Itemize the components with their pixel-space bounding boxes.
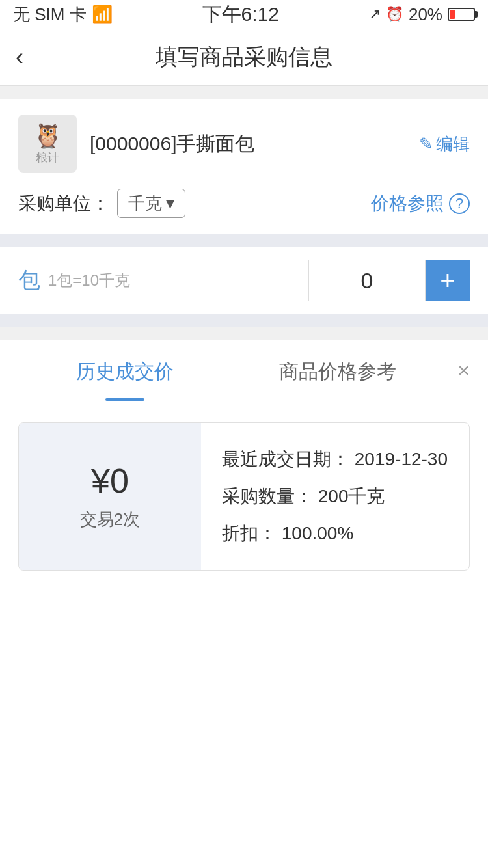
section-divider (0, 234, 488, 247)
quantity-input[interactable] (308, 260, 426, 301)
quantity-plus-button[interactable]: + (426, 260, 470, 301)
battery-percent: 20% (409, 5, 442, 25)
wifi-icon: 📶 (92, 5, 113, 25)
quantity-control: + (308, 260, 470, 301)
product-bottom-row: 采购单位： 千克 ▾ 价格参照 ? (18, 189, 470, 218)
close-panel-button[interactable]: × (444, 346, 470, 396)
transaction-count: 交易2次 (80, 508, 140, 531)
discount-label: 折扣： (222, 523, 277, 543)
brand-icon: 🦉 (33, 122, 62, 150)
price-ref-label: 价格参照 (371, 191, 444, 216)
quantity-row: 包 1包=10千克 + (0, 247, 488, 314)
edit-label: 编辑 (436, 133, 470, 156)
product-top-row: 🦉 粮计 [0000006]手撕面包 ✎ 编辑 (18, 115, 470, 173)
transaction-price: ¥0 (91, 461, 129, 500)
product-logo: 🦉 粮计 (18, 115, 77, 173)
product-card: 🦉 粮计 [0000006]手撕面包 ✎ 编辑 采购单位： 千克 ▾ 价格参照 … (0, 99, 488, 234)
unit-hint: 1包=10千克 (48, 270, 130, 291)
sim-text: 无 SIM 卡 (13, 3, 87, 26)
transaction-card: ¥0 交易2次 最近成交日期： 2019-12-30 采购数量： 200千克 折… (18, 422, 470, 571)
status-left: 无 SIM 卡 📶 (13, 3, 113, 26)
bottom-section-divider (0, 314, 488, 327)
unit-selector[interactable]: 千克 ▾ (117, 189, 185, 218)
product-info: 🦉 粮计 [0000006]手撕面包 (18, 115, 254, 173)
discount-value: 100.00% (282, 523, 354, 543)
page-title: 填写商品采购信息 (156, 42, 332, 72)
status-bar: 无 SIM 卡 📶 下午6:12 ↗ ⏰ 20% (0, 0, 488, 29)
battery-icon (448, 8, 475, 21)
edit-icon: ✎ (419, 134, 433, 154)
bottom-panel: 历史成交价 商品价格参考 × ¥0 交易2次 最近成交日期： 2019-12-3… (0, 340, 488, 868)
purchase-qty-value: 200千克 (318, 486, 385, 506)
recent-date-label: 最近成交日期： (222, 449, 349, 469)
brand-sub-text: 粮计 (36, 150, 59, 165)
price-reference-button[interactable]: 价格参照 ? (371, 191, 470, 216)
tabs-row: 历史成交价 商品价格参考 × (0, 340, 488, 401)
page-header: ‹ 填写商品采购信息 (0, 29, 488, 86)
recent-date-value: 2019-12-30 (355, 449, 448, 469)
package-icon: 包 (18, 265, 40, 295)
purchase-qty-label: 采购数量： (222, 486, 313, 506)
purchase-qty-row: 采购数量： 200千克 (222, 483, 448, 509)
transaction-details-panel: 最近成交日期： 2019-12-30 采购数量： 200千克 折扣： 100.0… (201, 423, 469, 570)
purchase-unit-row: 采购单位： 千克 ▾ (18, 189, 185, 218)
quantity-label: 包 1包=10千克 (18, 265, 130, 295)
status-time: 下午6:12 (202, 1, 279, 28)
product-name: [0000006]手撕面包 (90, 131, 254, 157)
chevron-down-icon: ▾ (166, 193, 174, 213)
purchase-unit-label: 采购单位： (18, 191, 109, 216)
transaction-price-panel: ¥0 交易2次 (19, 423, 201, 570)
question-mark-icon: ? (449, 193, 470, 214)
discount-row: 折扣： 100.00% (222, 521, 448, 546)
edit-button[interactable]: ✎ 编辑 (419, 133, 470, 156)
back-button[interactable]: ‹ (16, 44, 23, 71)
tab-history-price[interactable]: 历史成交价 (18, 340, 232, 401)
tab-price-reference[interactable]: 商品价格参考 (232, 340, 445, 401)
alarm-icon: ⏰ (386, 6, 403, 23)
recent-date-row: 最近成交日期： 2019-12-30 (222, 446, 448, 472)
location-icon: ↗ (369, 6, 381, 23)
status-right: ↗ ⏰ 20% (369, 5, 475, 25)
unit-value: 千克 (128, 192, 162, 215)
bottom-space (0, 591, 488, 868)
